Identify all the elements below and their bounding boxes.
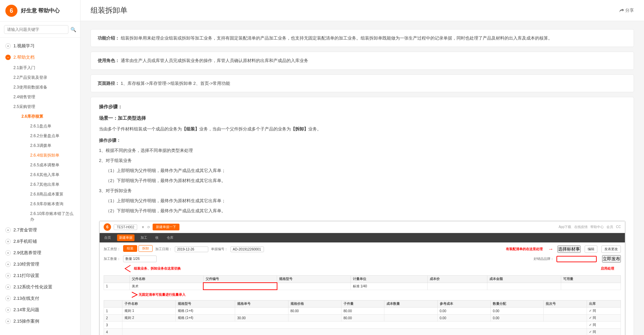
sidebar-sub-item-partial[interactable]: 2.6.2分量盘点单 — [17, 131, 80, 141]
confirm-btn[interactable]: 选择标材事 — [557, 245, 581, 253]
td-spec — [277, 283, 351, 290]
td-l-rc-1: 0.00 — [437, 308, 490, 315]
td-l-empty-4 — [122, 329, 587, 335]
annotation-1: 有装配清单的在这里处理 — [506, 247, 543, 252]
sidebar-sub-item-other-out[interactable]: 2.6.7其他出库单 — [17, 180, 80, 189]
sidebar-item-manage[interactable]: + 2.10经营管理 — [0, 259, 80, 270]
td-l-num-2: 2 — [104, 315, 122, 322]
sidebar-item-print[interactable]: + 2.11打印设置 — [0, 270, 80, 281]
sidebar-sub-item-sales[interactable]: 2.4销售管理 — [0, 92, 80, 102]
table-row: 2 规则 2 规格 (1+4) 30.00 80.00 0.00 0.00 — [104, 315, 621, 322]
scenario1-desc: 当由多个子件材料组装成一个成品的业务为【组装】业务，当由一个父件拆分成多个子产品… — [99, 125, 626, 133]
nav-receive[interactable]: 收 — [153, 234, 161, 241]
app-logo: 6 — [104, 223, 111, 231]
th-checkbox — [104, 276, 130, 283]
td-cost-amt — [487, 283, 561, 290]
sidebar-sub-item-ledger[interactable]: 2.6.9库存账本查询 — [17, 199, 80, 209]
sidebar-sub-item-ledger-fix[interactable]: 2.6.10库存账本错了怎么办 — [17, 209, 80, 224]
form-row-2: 加工数量： 数量 1/26 好销品品牌： 立即发布 — [104, 255, 621, 263]
expand-icon: + — [5, 319, 11, 324]
sidebar-item-payment[interactable]: + 2.13在线支付 — [0, 293, 80, 304]
th-l-spec1: 规格型号 — [175, 300, 235, 308]
table-row: 4 ✓ 同 — [104, 329, 621, 335]
publish-btn[interactable]: 立即发布 — [602, 255, 621, 263]
upper-table: 父件名称 父件编号 规格型号 计量单位 成本价 成本金额 可用量 — [104, 275, 621, 290]
nav-warehouse[interactable]: 仓库 — [165, 234, 175, 241]
expand-icon: + — [5, 273, 11, 278]
expand-icon: + — [5, 296, 11, 301]
td-l-cq-1 — [384, 308, 437, 315]
sidebar-item-coupon[interactable]: + 2.9优惠券管理 — [0, 247, 80, 259]
type-row: 加工类型： 组装 拆卸 加工日期： 2019-12-26 单据编号： AD-20… — [104, 245, 621, 253]
table-row: 3 ✓ 同 — [104, 322, 621, 329]
step1: 1、根据不同的业务，选择不同单据的类型来处理 — [99, 146, 626, 155]
th-parent-code: 父件编号 — [203, 276, 277, 283]
th-l-cb — [104, 300, 122, 308]
sidebar-item-docs[interactable]: − 2.帮助文档 — [0, 52, 80, 63]
code-input[interactable]: AD-201912260001 — [230, 246, 264, 252]
table-row: 1 美术 标准 1/40 — [104, 283, 621, 290]
sidebar-item-label: 2.7资金管理 — [13, 227, 37, 233]
step3a: （1）上部明细为父件明细，最终作为原材料生成其它出库单； — [106, 197, 626, 205]
main-content: 组装拆卸单 分享 功能介绍： 组装拆卸单用来处理企业组装或拆卸等加工业务，支持有… — [80, 0, 644, 335]
th-l-qty-dist: 数量分配 — [491, 300, 544, 308]
type-selector: 组装 拆卸 — [123, 245, 153, 252]
annotation-2: 组装业务、拆卸业务在这里切换 — [134, 266, 181, 271]
type-disassembly-btn[interactable]: 拆卸 — [139, 245, 153, 252]
sidebar-item-finance[interactable]: + 2.7资金管理 — [0, 224, 80, 236]
code-label: 单据编号： — [211, 247, 228, 252]
role-text: 通常由生产人员或库管人员完成拆装业务的操作，库管人员确认原材料的出库和产成品的入… — [121, 58, 308, 63]
sidebar-sub-item-assembly[interactable]: 2.6.4组装拆卸单 — [17, 151, 80, 160]
type-assembly-btn[interactable]: 组装 — [123, 245, 137, 252]
td-l-name-2: 规则 2 — [122, 315, 175, 322]
qty-input[interactable]: 数量 1/26 — [123, 256, 157, 262]
sidebar-item-videos[interactable]: + 1.视频学习 — [0, 40, 80, 52]
sidebar-sub-item-inventory[interactable]: 2.6库存核算 — [8, 112, 80, 121]
sidebar-sub-item-prepare[interactable]: 2.3使用前数据准备 — [0, 82, 80, 92]
app-nav-links: App下载 在线疫情 帮助中心 会员 CC — [558, 225, 621, 229]
th-l-price: 规格价格 — [288, 300, 341, 308]
expand-icon: + — [5, 284, 11, 290]
sidebar-sub-item-stocktake[interactable]: 2.6.1盘点单 — [17, 121, 80, 131]
sidebar-sub-item-cost-calc[interactable]: 2.6.8商品成本重算 — [17, 189, 80, 199]
td-code — [203, 283, 277, 290]
search-bar: 🔍 — [0, 22, 80, 38]
date-input[interactable]: 2019-12-26 — [175, 246, 208, 252]
td-l-cq-2 — [384, 315, 437, 322]
sidebar-sub-item-newbie[interactable]: 2.1新手入门 — [0, 63, 80, 73]
expand-icon: + — [5, 262, 11, 267]
expand-icon: + — [5, 250, 11, 256]
nav-new-order[interactable]: 新建单据 — [117, 234, 135, 241]
th-l-sub-qty: 子件量 — [341, 300, 384, 308]
sidebar-sub-item-other-in[interactable]: 2.6.6其他入库单 — [17, 170, 80, 180]
sidebar-item-mobile[interactable]: + 2.8手机旺铺 — [0, 236, 80, 247]
edit-btn[interactable]: 编辑 — [585, 245, 597, 253]
sidebar-item-cases[interactable]: + 2.15操作案例 — [0, 316, 80, 327]
new-order-btn[interactable]: 新建单据一下 — [153, 224, 179, 230]
sidebar-sub-item-cost-adj[interactable]: 2.6.5成本调整单 — [17, 160, 80, 170]
sidebar-sub-item-transfer[interactable]: 2.6.3调拨单 — [17, 141, 80, 151]
sidebar-sub-item-install[interactable]: 2.2产品安装及登录 — [0, 73, 80, 82]
sidebar-item-label: 2.12系统个性化设置 — [13, 284, 52, 290]
sidebar-item-label: 2.15操作案例 — [13, 318, 39, 324]
share-button[interactable]: 分享 — [619, 7, 634, 13]
th-l-cost-qty: 成本数量 — [384, 300, 437, 308]
screenshot-container: 6 TEST-H002 ▼ ⟳ 新建单据一下 App下载 在线疫情 帮助中心 会… — [99, 221, 626, 335]
search-icon[interactable]: 🔍 — [70, 27, 76, 32]
warehouse-input[interactable] — [556, 256, 597, 262]
annotation-4-row: 无固定清单可批量进行批量录入 — [130, 291, 621, 298]
nav-processing[interactable]: 加工 — [139, 234, 149, 241]
sidebar-item-settings[interactable]: + 2.12系统个性化设置 — [0, 281, 80, 293]
app-screenshot: 6 TEST-H002 ▼ ⟳ 新建单据一下 App下载 在线疫情 帮助中心 会… — [99, 221, 625, 335]
site-name: 好生意 帮助中心 — [21, 7, 60, 14]
nav-home[interactable]: 自页 — [102, 234, 113, 241]
td-l-pr-1: 80.00 — [288, 308, 341, 315]
search-input[interactable] — [4, 25, 68, 34]
sidebar-sub-item-purchase[interactable]: 2.5采购管理 — [0, 102, 80, 112]
step3b: （2）下部明细为子件明细，最终作为产成品生成其它入库单。 — [106, 207, 626, 215]
delete-btn[interactable]: 发表更改 — [601, 245, 621, 253]
th-available: 可用量 — [561, 276, 621, 283]
td-l-rc-2: 0.00 — [437, 315, 490, 322]
td-l-out-4: ✓ 同 — [587, 329, 621, 335]
sidebar-item-faq[interactable]: + 2.14常见问题 — [0, 304, 80, 316]
